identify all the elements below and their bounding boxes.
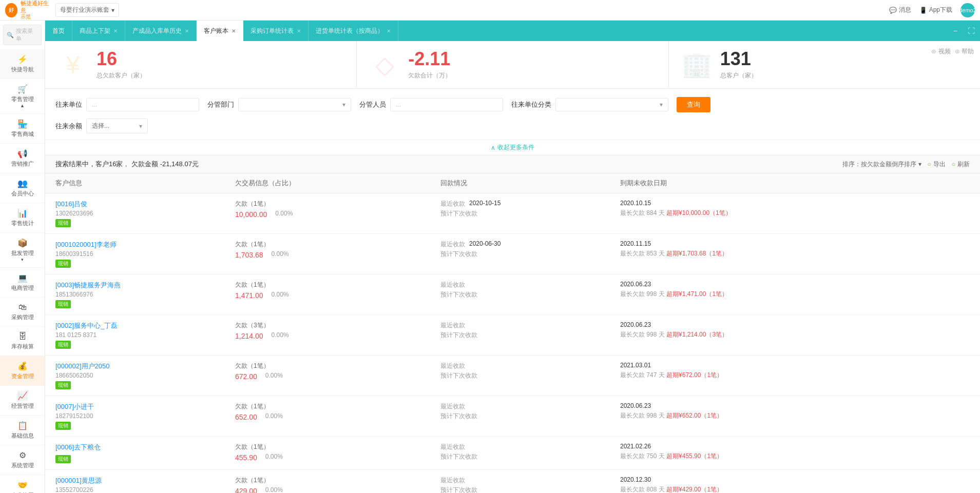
dept-select[interactable]: ▾ [238, 98, 351, 111]
customer-name-link[interactable]: [0003]畅捷服务尹海燕 [55, 281, 121, 289]
collapse-more-btn[interactable]: ∧ 收起更多条件 [45, 140, 980, 155]
unit-input[interactable]: ... [86, 98, 199, 111]
sidebar-item-retail-stats[interactable]: 📊 零售统计 [0, 203, 45, 233]
sidebar-item-retail-mall[interactable]: 🏪 零售商城 [0, 114, 45, 144]
sidebar-item-retail-mgmt[interactable]: 🛒 零售管理 ▲ [0, 79, 45, 114]
tab-close-icon[interactable]: ✕ [387, 28, 391, 34]
overdue-link[interactable]: 超期¥1,214.00（3笔） [666, 331, 728, 338]
filter-area: 往来单位 ... 分管部门 ▾ [45, 89, 980, 155]
sidebar-item-system[interactable]: ⚙ 系统管理 [0, 445, 45, 475]
sidebar-item-purchase[interactable]: 🛍 采购管理 [0, 298, 45, 327]
table-row: [0002]服务中心_丁磊 181 0125 8371 现销 欠款（3笔） 1,… [45, 315, 980, 356]
sidebar-item-enterprise[interactable]: 🤝 企业协同 [0, 475, 45, 493]
export-button[interactable]: ○ 导出 [928, 160, 946, 169]
customer-name-link[interactable]: [0016]吕俊 [55, 200, 87, 208]
overdue-date: 2021.02.26 [620, 443, 970, 450]
debt-amount[interactable]: 1,703.68 [235, 251, 263, 259]
sidebar-item-inventory[interactable]: 🗄 库存核算 [0, 327, 45, 356]
overdue-col: 2020.06.23 最长欠款 998 天 超期¥1,471.00（1笔） [620, 281, 970, 299]
person-input[interactable]: ... [390, 98, 503, 111]
sidebar-item-operations[interactable]: 📈 经营管理 [0, 386, 45, 416]
overdue-date: 2020.11.15 [620, 240, 970, 247]
debtors-number: 16 [97, 50, 146, 68]
overdue-link[interactable]: 超期¥1,703.68（1笔） [666, 250, 728, 257]
filter-item-dept: 分管部门 ▾ [207, 98, 351, 111]
balance-select[interactable]: 选择... ▾ [86, 119, 148, 133]
tab-customer-ledger[interactable]: 客户账本 ✕ [197, 21, 243, 41]
search-input[interactable]: 🔍 搜索菜单 [3, 25, 42, 45]
overdue-link[interactable]: 超期¥672.00（1笔） [666, 371, 723, 379]
table-row: [0003]畅捷服务尹海燕 18513066976 现销 欠款（1笔） 1,47… [45, 274, 980, 315]
debt-amount[interactable]: 429.00 [235, 487, 257, 493]
sort-select[interactable]: 排序：按欠款金额倒序排序 ▾ [842, 160, 921, 169]
customer-name-link[interactable]: [0006]去下粮仓 [55, 443, 101, 451]
company-selector[interactable]: 母婴行业演示账套 ▾ [55, 3, 119, 17]
sidebar-item-ecommerce[interactable]: 💻 电商管理 [0, 268, 45, 298]
app-download-button[interactable]: 📱 App下载 [919, 6, 952, 14]
customer-name-link[interactable]: [000001]黄思源 [55, 477, 102, 484]
tab-home[interactable]: 首页 [45, 21, 72, 41]
refresh-button[interactable]: ○ 刷新 [952, 160, 970, 169]
table-row-content: [0007]小进干 18279152100 现销 欠款（1笔） 652.00 0… [45, 396, 980, 436]
debt-info-col: 欠款（1笔） 652.00 0.00% [235, 402, 440, 421]
overdue-link[interactable]: 超期¥1,471.00（1笔） [666, 290, 728, 298]
sidebar-item-members[interactable]: 👥 会员中心 [0, 173, 45, 203]
debt-amount[interactable]: 672.00 [235, 372, 257, 381]
customer-phone: 13552700226 [55, 486, 235, 493]
messages-button[interactable]: 💬 消息 [889, 6, 911, 14]
overdue-link[interactable]: 超期¥652.00（1笔） [666, 412, 723, 419]
tab-close-icon[interactable]: ✕ [185, 28, 189, 34]
overdue-col: 2021.03.01 最长欠款 747 天 超期¥672.00（1笔） [620, 362, 970, 380]
query-button[interactable]: 查询 [677, 97, 710, 112]
sidebar-item-marketing[interactable]: 📢 营销推广 [0, 144, 45, 173]
tab-product-listing[interactable]: 商品上下架 ✕ [72, 21, 125, 41]
collection-col: 最近收款2020-06-30 预计下次收款 [440, 240, 620, 259]
chevron-up-icon: ∧ [491, 144, 495, 151]
debt-percent: 0.00% [272, 291, 289, 298]
tab-purchase-orders[interactable]: 采购订单统计表 ✕ [243, 21, 309, 41]
sidebar-item-quick-nav[interactable]: ⚡ 快捷导航 [0, 49, 45, 79]
customer-name-link[interactable]: [0002]服务中心_丁磊 [55, 322, 118, 329]
debt-amount[interactable]: 1,471.00 [235, 291, 263, 300]
tab-finished-goods[interactable]: 产成品入库单历史 ✕ [125, 21, 197, 41]
avatar[interactable]: demo2 [960, 3, 975, 17]
help-button[interactable]: ⊙ 帮助 [955, 47, 974, 56]
debt-percent: 0.00% [265, 453, 283, 460]
tab-minimize-button[interactable]: − [948, 27, 963, 35]
basic-info-icon: 📋 [17, 421, 28, 430]
purchase-icon: 🛍 [18, 303, 27, 312]
category-select[interactable]: ▾ [555, 98, 668, 111]
debt-label: 欠款（1笔） [235, 281, 440, 289]
tab-goods-stats[interactable]: 进货单统计表（按商品） ✕ [309, 21, 398, 41]
customer-name-link[interactable]: [000002]用户2050 [55, 362, 110, 370]
overdue-link[interactable]: 超期¥429.00（1笔） [666, 486, 723, 493]
tab-close-icon[interactable]: ✕ [297, 28, 301, 34]
customer-name-link[interactable]: [0001020001]李老师 [55, 241, 117, 248]
table-row-content: [0003]畅捷服务尹海燕 18513066976 现销 欠款（1笔） 1,47… [45, 274, 980, 314]
unit-label: 往来单位 [55, 100, 82, 109]
sidebar-item-basic-info[interactable]: 📋 基础信息 [0, 416, 45, 445]
debt-amount[interactable]: 1,214.00 [235, 332, 263, 340]
tab-expand-button[interactable]: ⛶ [963, 27, 980, 35]
col-header-customer: 客户信息 [55, 179, 235, 188]
customers-label: 总客户（家） [720, 71, 757, 80]
video-button[interactable]: ⊙ 视频 [931, 47, 950, 56]
tab-close-icon[interactable]: ✕ [113, 28, 118, 34]
debt-amount[interactable]: 455.90 [235, 453, 257, 462]
tab-bar: 首页 商品上下架 ✕ 产成品入库单历史 ✕ 客户账本 ✕ 采购订单统计表 ✕ [45, 21, 980, 41]
sidebar-item-finance[interactable]: 💰 资金管理 [0, 356, 45, 386]
tab-actions: − ⛶ [948, 27, 980, 35]
tab-close-icon[interactable]: ✕ [232, 28, 236, 34]
debt-amount[interactable]: 652.00 [235, 413, 257, 421]
overdue-link[interactable]: 超期¥455.90（1笔） [666, 452, 723, 460]
overdue-link[interactable]: 超期¥10,000.00（1笔） [666, 209, 732, 216]
debt-info-col: 欠款（1笔） 10,000.00 0.00% [235, 200, 440, 219]
debt-amount[interactable]: 10,000.00 [235, 210, 267, 219]
total-debt-icon: ◇ [369, 49, 400, 80]
sidebar-item-wholesale[interactable]: 📦 批发管理 ▾ [0, 233, 45, 268]
table-row: [0016]吕俊 13026203696 现销 欠款（1笔） 10,000.00… [45, 193, 980, 234]
customer-name-link[interactable]: [0007]小进干 [55, 403, 94, 410]
enterprise-icon: 🤝 [17, 480, 28, 490]
customer-phone: 18665062050 [55, 372, 235, 379]
table-row-content: [0002]服务中心_丁磊 181 0125 8371 现销 欠款（3笔） 1,… [45, 315, 980, 355]
